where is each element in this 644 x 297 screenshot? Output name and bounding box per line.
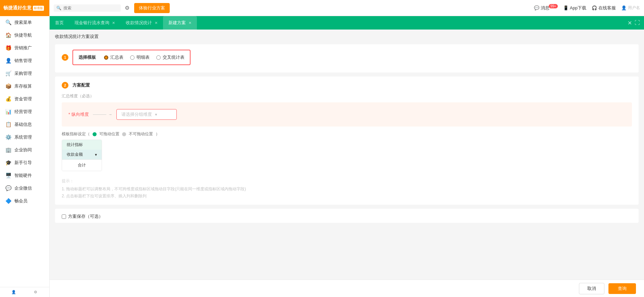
dimension-select-dropdown[interactable]: 请选择分组维度 ▼ bbox=[116, 109, 177, 120]
save-section: 方案保存（可选） bbox=[55, 209, 639, 223]
step1-label: 选择模板 bbox=[78, 54, 96, 60]
tips-item2: 2. 点击标题栏下拉可设置排序、插入列和删除列 bbox=[62, 193, 632, 199]
user-info[interactable]: 👤 用户名 bbox=[621, 5, 640, 11]
logo-badge: 标准版 bbox=[33, 6, 44, 11]
settings-gear-icon[interactable]: ⚙ bbox=[125, 5, 129, 11]
service-icon: 🎧 bbox=[592, 5, 597, 10]
logo-text: 畅捷通好生意 bbox=[3, 5, 32, 11]
col1-dropdown-icon: ▾ bbox=[95, 152, 97, 157]
wechat-icon: 💬 bbox=[5, 185, 12, 191]
radio-cross[interactable]: 交叉统计表 bbox=[156, 54, 184, 60]
marketing-icon: 🎁 bbox=[5, 45, 12, 51]
online-service-button[interactable]: 🎧 在线客服 bbox=[592, 5, 616, 11]
tab-new-plan-label: 新建方案 bbox=[168, 16, 186, 30]
sidebar-item-basic-info[interactable]: 📋 基础信息 bbox=[0, 118, 49, 131]
movable-label: 可拖动位置 bbox=[99, 131, 119, 137]
sidebar-item-wechat[interactable]: 💬 企业微信 bbox=[0, 182, 49, 195]
radio-cross-label: 交叉统计表 bbox=[163, 54, 184, 60]
cancel-button[interactable]: 取消 bbox=[579, 283, 604, 294]
maximize-icon[interactable]: ⛶ bbox=[635, 20, 640, 26]
tips-title: 提示： bbox=[62, 178, 632, 184]
save-checkbox[interactable] bbox=[62, 214, 66, 219]
col1-header[interactable]: 收款金额 ▾ bbox=[62, 150, 102, 159]
dimension-section-title: 汇总维度（必选） bbox=[62, 93, 632, 99]
system-icon: ⚙️ bbox=[5, 134, 12, 140]
indicator-group-label: 统计指标 bbox=[67, 142, 83, 148]
fixed-label: 不可拖动位置 bbox=[129, 131, 153, 137]
step1-section: 1 选择模板 汇总表 明细表 交叉统 bbox=[55, 44, 639, 72]
user-icon: 👤 bbox=[621, 5, 627, 10]
trial-button[interactable]: 体验行业方案 bbox=[134, 3, 170, 13]
inventory-icon: 📦 bbox=[5, 83, 12, 89]
radio-summary[interactable]: 汇总表 bbox=[104, 54, 123, 60]
vertical-dimension-row: * 纵向维度 → 请选择分组维度 ▼ bbox=[68, 109, 625, 120]
tab-receipt-stats-close[interactable]: ✕ bbox=[155, 16, 158, 30]
download-icon: 📱 bbox=[563, 5, 569, 10]
tab-new-plan-close[interactable]: ✕ bbox=[189, 16, 192, 30]
main-area: 🔍 ⚙ 体验行业方案 💬 消息 99+ 📱 App下载 🎧 在线客服 👤 用户名 bbox=[50, 0, 644, 297]
search-menu-icon: 🔍 bbox=[5, 19, 12, 26]
sidebar-item-finance[interactable]: 💰 资金管理 bbox=[0, 93, 49, 105]
sidebar-user-avatar[interactable]: 👤 bbox=[3, 290, 25, 294]
message-button[interactable]: 💬 消息 99+ bbox=[534, 5, 558, 11]
topbar: 🔍 ⚙ 体验行业方案 💬 消息 99+ 📱 App下载 🎧 在线客服 👤 用户名 bbox=[50, 0, 644, 16]
tab-home[interactable]: 首页 bbox=[51, 16, 69, 30]
sidebar-item-marketing[interactable]: 🎁 营销推广 bbox=[0, 42, 49, 54]
step2-section: 2 方案配置 汇总维度（必选） * 纵向维度 → 请选择分组维度 ▼ bbox=[55, 77, 639, 205]
radio-detail[interactable]: 明细表 bbox=[130, 54, 150, 60]
step1-header: 1 选择模板 汇总表 明细表 交叉统 bbox=[62, 50, 632, 65]
sidebar-item-enterprise[interactable]: 🏢 企业协同 bbox=[0, 144, 49, 156]
close-tab-icon[interactable]: ✕ bbox=[628, 20, 632, 26]
app-download-button[interactable]: 📱 App下载 bbox=[563, 5, 586, 11]
query-button[interactable]: 查询 bbox=[608, 283, 636, 294]
sidebar-settings[interactable]: ⚙ bbox=[25, 290, 47, 294]
sidebar-item-inventory[interactable]: 📦 库存核算 bbox=[0, 80, 49, 93]
sidebar-item-label: 快捷导航 bbox=[14, 32, 32, 38]
tab-receipt-stats[interactable]: 收款情况统计 ✕ bbox=[120, 16, 163, 30]
operation-icon: 📊 bbox=[5, 109, 12, 115]
sidebar-item-label: 新手引导 bbox=[14, 160, 32, 166]
page-title: 收款情况统计方案设置 bbox=[55, 34, 639, 40]
sidebar-item-operation[interactable]: 📊 经营管理 bbox=[0, 105, 49, 118]
sidebar-item-search-menu[interactable]: 🔍 搜索菜单 bbox=[0, 16, 49, 29]
download-label: App下载 bbox=[570, 5, 586, 11]
sidebar-item-hardware[interactable]: 🖥️ 智能硬件 bbox=[0, 169, 49, 182]
radio-summary-input[interactable] bbox=[104, 55, 108, 60]
step2-badge: 2 bbox=[62, 82, 68, 89]
fixed-indicator-dot bbox=[122, 132, 126, 136]
tab-home-label: 首页 bbox=[55, 16, 64, 30]
logo: 畅捷通好生意 标准版 bbox=[0, 0, 49, 16]
radio-summary-label: 汇总表 bbox=[110, 54, 123, 60]
template-selector: 选择模板 汇总表 明细表 交叉统计表 bbox=[72, 50, 191, 65]
search-input[interactable] bbox=[63, 6, 114, 10]
topbar-right: 💬 消息 99+ 📱 App下载 🎧 在线客服 👤 用户名 bbox=[534, 5, 640, 11]
sales-icon: 👤 bbox=[5, 58, 12, 64]
message-icon: 💬 bbox=[534, 5, 539, 10]
save-label: 方案保存（可选） bbox=[68, 213, 103, 219]
tab-bank-flow-close[interactable]: ✕ bbox=[112, 16, 115, 30]
sidebar-item-system[interactable]: ⚙️ 系统管理 bbox=[0, 131, 49, 144]
sidebar-item-label: 企业协同 bbox=[14, 147, 32, 153]
sidebar-item-label: 基础信息 bbox=[14, 121, 32, 128]
sidebar-item-guide[interactable]: 🎓 新手引导 bbox=[0, 156, 49, 169]
sidebar-item-label: 经营管理 bbox=[14, 109, 32, 115]
col1-sub-label: 合计 bbox=[78, 163, 86, 167]
sidebar-item-purchase[interactable]: 🛒 采购管理 bbox=[0, 67, 49, 80]
tab-new-plan[interactable]: 新建方案 ✕ bbox=[163, 16, 197, 30]
sidebar-item-member[interactable]: 🔷 畅会员 bbox=[0, 195, 49, 207]
sidebar-item-quick-nav[interactable]: 🏠 快捷导航 bbox=[0, 29, 49, 42]
radio-cross-input[interactable] bbox=[156, 55, 161, 60]
tips-item1: 1. 拖动标题栏可以调整布局，不可跨维度或指标区域拖动目字段(只能在同一维度或指… bbox=[62, 186, 632, 192]
message-badge: 99+ bbox=[549, 4, 558, 8]
sidebar-item-sales[interactable]: 👤 销售管理 bbox=[0, 54, 49, 67]
radio-detail-input[interactable] bbox=[130, 55, 135, 60]
guide-icon: 🎓 bbox=[5, 160, 12, 166]
indicator-table: 统计指标 收款金额 ▾ 合计 bbox=[62, 140, 102, 171]
sidebar-item-label: 畅会员 bbox=[14, 198, 28, 204]
save-row: 方案保存（可选） bbox=[62, 213, 632, 219]
tab-bank-flow[interactable]: 现金银行流水查询 ✕ bbox=[69, 16, 120, 30]
search-icon: 🔍 bbox=[56, 6, 61, 10]
search-box[interactable]: 🔍 bbox=[54, 4, 121, 12]
hardware-icon: 🖥️ bbox=[5, 172, 12, 179]
enterprise-icon: 🏢 bbox=[5, 147, 12, 153]
